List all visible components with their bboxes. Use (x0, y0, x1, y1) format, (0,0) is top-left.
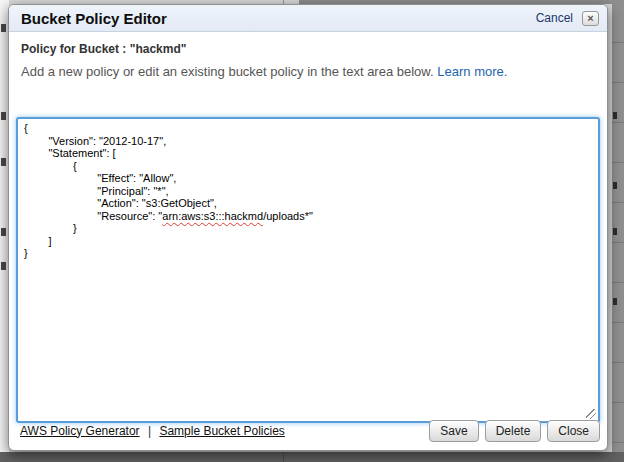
dialog-title: Bucket Policy Editor (21, 10, 536, 27)
background-bottom-bar (0, 452, 624, 462)
dialog-description: Add a new policy or edit an existing buc… (21, 64, 595, 79)
footer-buttons: Save Delete Close (429, 420, 600, 442)
policy-textarea[interactable]: { "Version": "2012-10-17", "Statement": … (16, 117, 600, 423)
delete-button[interactable]: Delete (485, 420, 542, 442)
dialog-footer: AWS Policy Generator | Sample Bucket Pol… (20, 418, 600, 443)
background-artifact (1, 228, 6, 236)
background-divider (283, 452, 284, 462)
background-artifact (1, 262, 6, 270)
background-artifact (613, 112, 617, 119)
aws-policy-generator-link[interactable]: AWS Policy Generator (20, 424, 140, 438)
background-artifact (1, 158, 6, 166)
background-artifact (1, 112, 6, 120)
policy-text-misspelled: arn:aws:s3:::hackmd (162, 210, 263, 222)
bucket-policy-editor-dialog: Bucket Policy Editor Cancel × Policy for… (8, 4, 608, 451)
background-page-right-edge (612, 3, 624, 452)
background-artifact (1, 24, 6, 32)
close-icon[interactable]: × (582, 11, 599, 26)
dialog-header: Bucket Policy Editor Cancel × (9, 5, 607, 32)
policy-text-before: { "Version": "2012-10-17", "Statement": … (24, 122, 217, 222)
link-separator: | (148, 424, 151, 438)
background-artifact (613, 298, 617, 305)
learn-more-link[interactable]: Learn more. (437, 64, 507, 79)
cancel-link[interactable]: Cancel (536, 11, 573, 25)
policy-for-bucket-label: Policy for Bucket : "hackmd" (21, 42, 595, 56)
close-button[interactable]: Close (547, 420, 600, 442)
background-artifact (613, 228, 617, 235)
description-text: Add a new policy or edit an existing buc… (21, 64, 434, 79)
sample-bucket-policies-link[interactable]: Sample Bucket Policies (159, 424, 284, 438)
save-button[interactable]: Save (429, 420, 478, 442)
footer-links: AWS Policy Generator | Sample Bucket Pol… (20, 424, 429, 438)
background-artifact (613, 182, 617, 189)
